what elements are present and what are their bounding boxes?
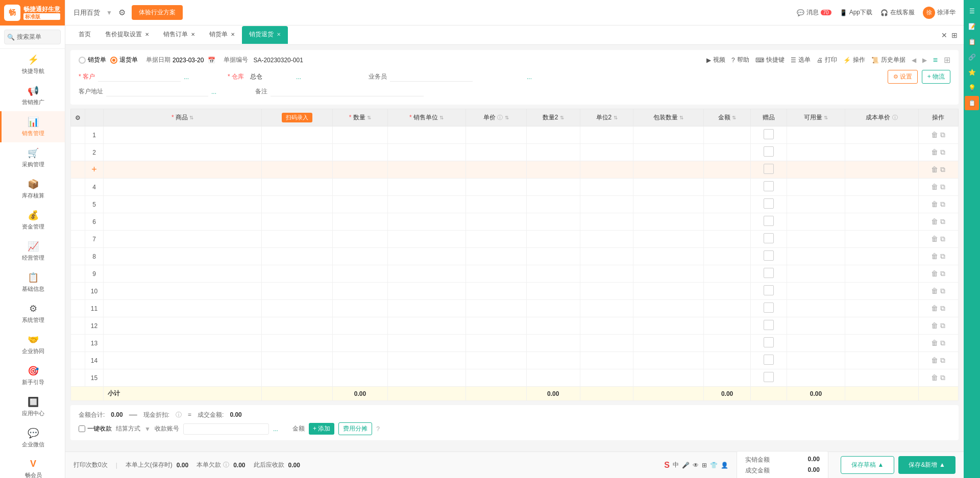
row-qty-cell[interactable] <box>333 352 387 369</box>
row-amount-cell[interactable] <box>704 335 751 352</box>
pkg-sort-icon[interactable]: ⇅ <box>679 115 683 120</box>
row-delete-icon-9[interactable]: 🗑 <box>931 269 938 278</box>
row-qty2-cell[interactable] <box>526 179 580 196</box>
nav-dropdown-icon[interactable]: ▼ <box>106 9 112 16</box>
gift-checkbox-2[interactable] <box>764 146 774 157</box>
row-unit2-cell[interactable] <box>580 127 633 144</box>
row-available-cell[interactable] <box>787 283 845 300</box>
row-price-cell[interactable] <box>465 248 526 265</box>
view-grid-icon[interactable]: ⊞ <box>944 55 950 65</box>
row-qty2-cell[interactable] <box>526 300 580 317</box>
row-gift-cell[interactable] <box>751 317 787 335</box>
row-product-cell[interactable] <box>104 300 262 317</box>
product-input-4[interactable] <box>107 184 258 191</box>
taskbar-eye-icon[interactable]: 👁 <box>693 462 699 469</box>
row-available-cell[interactable] <box>787 317 845 335</box>
col-available-header[interactable]: 可用量 ⇅ <box>787 109 845 127</box>
row-qty2-cell[interactable] <box>526 231 580 248</box>
row-price-cell[interactable] <box>465 179 526 196</box>
row-delete-icon-3[interactable]: 🗑 <box>931 165 938 174</box>
row-copy-icon-11[interactable]: ⧉ <box>940 304 945 313</box>
warehouse-more-btn[interactable]: ... <box>296 73 301 81</box>
sidebar-item-purchase[interactable]: 🛒 采购管理 <box>0 142 65 173</box>
row-qty-cell[interactable] <box>333 335 387 352</box>
discount-info-icon[interactable]: ⓘ <box>176 411 182 419</box>
gift-checkbox-10[interactable] <box>764 285 774 295</box>
staff-input[interactable] <box>390 72 473 82</box>
row-qty-cell[interactable] <box>333 196 387 213</box>
row-pkg-cell[interactable] <box>633 317 704 335</box>
price-sort-icon[interactable]: ⇅ <box>505 115 509 120</box>
one-click-checkbox[interactable] <box>79 425 85 432</box>
row-amount-cell[interactable] <box>704 265 751 283</box>
taskbar-grid-icon[interactable]: ⊞ <box>702 462 707 469</box>
radio-return[interactable]: 退货单 <box>110 56 138 64</box>
row-available-cell[interactable] <box>787 369 845 387</box>
sidebar-item-guide[interactable]: 🎯 新手引导 <box>0 360 65 391</box>
row-price-cell[interactable] <box>465 196 526 213</box>
gift-checkbox-1[interactable] <box>764 129 774 139</box>
row-unit2-cell[interactable] <box>580 196 633 213</box>
row-qty2-cell[interactable] <box>526 352 580 369</box>
row-pkg-cell[interactable] <box>633 144 704 161</box>
row-unit-cell[interactable] <box>387 317 465 335</box>
row-copy-icon-3[interactable]: ⧉ <box>940 165 945 174</box>
video-btn[interactable]: ▶ 视频 <box>706 56 725 64</box>
product-input-3[interactable] <box>107 166 258 173</box>
operation-btn[interactable]: ⚡ 操作 <box>843 56 865 64</box>
product-input-1[interactable] <box>107 132 258 139</box>
tab-expand-btn[interactable]: ⊞ <box>951 31 958 39</box>
select-btn[interactable]: ☰ 选单 <box>791 56 811 64</box>
row-copy-icon-4[interactable]: ⧉ <box>940 183 945 191</box>
row-amount-cell[interactable] <box>704 144 751 161</box>
row-delete-icon-1[interactable]: 🗑 <box>931 131 938 139</box>
nav-next-icon[interactable]: ▶ <box>922 57 927 64</box>
gift-checkbox-6[interactable] <box>764 216 774 226</box>
tab-sales-close[interactable]: ✕ <box>231 32 235 37</box>
tab-sales-order-close[interactable]: ✕ <box>191 32 195 37</box>
row-unit-cell[interactable] <box>387 213 465 231</box>
row-copy-icon-9[interactable]: ⧉ <box>940 269 945 278</box>
row-qty2-cell[interactable] <box>526 248 580 265</box>
taskbar-shirt-icon[interactable]: 👕 <box>710 462 718 469</box>
row-unit2-cell[interactable] <box>580 300 633 317</box>
row-amount-cell[interactable] <box>704 317 751 335</box>
row-copy-icon-14[interactable]: ⧉ <box>940 356 945 365</box>
row-price-cell[interactable] <box>465 144 526 161</box>
row-qty-cell[interactable] <box>333 300 387 317</box>
view-list-icon[interactable]: ≡ <box>933 56 938 65</box>
row-qty2-cell[interactable] <box>526 161 580 179</box>
message-btn[interactable]: 💬 消息 70 <box>797 8 831 17</box>
row-copy-icon-7[interactable]: ⧉ <box>940 235 945 243</box>
col-amount-header[interactable]: 金额 ⇅ <box>704 109 751 127</box>
row-qty2-cell[interactable] <box>526 335 580 352</box>
row-pkg-cell[interactable] <box>633 248 704 265</box>
sidebar-item-sales[interactable]: 📊 销售管理 <box>0 111 65 142</box>
unit2-sort-icon[interactable]: ⇅ <box>614 115 618 120</box>
row-qty-cell[interactable] <box>333 179 387 196</box>
right-panel-item-3[interactable]: 📋 <box>965 35 979 49</box>
row-product-cell[interactable] <box>104 213 262 231</box>
gift-checkbox-3[interactable] <box>764 164 774 174</box>
row-amount-cell[interactable] <box>704 231 751 248</box>
product-input-10[interactable] <box>107 288 258 295</box>
right-panel-item-7[interactable]: 📋 <box>965 96 979 110</box>
print-btn[interactable]: 🖨 打印 <box>817 56 837 64</box>
row-pkg-cell[interactable] <box>633 369 704 387</box>
tab-sales[interactable]: 销货单 ✕ <box>202 26 242 44</box>
row-unit-cell[interactable] <box>387 161 465 179</box>
current-debt-icon[interactable]: ⓘ <box>223 461 229 469</box>
logistics-btn[interactable]: + 物流 <box>922 70 950 84</box>
row-qty-cell[interactable] <box>333 248 387 265</box>
tab-sales-return-close[interactable]: ✕ <box>277 32 281 37</box>
row-copy-icon-1[interactable]: ⧉ <box>940 131 945 139</box>
row-qty2-cell[interactable] <box>526 265 580 283</box>
radio-sales[interactable]: 销货单 <box>79 56 106 64</box>
row-gift-cell[interactable] <box>751 335 787 352</box>
qty-sort-icon[interactable]: ⇅ <box>367 115 371 120</box>
sidebar-search[interactable]: 🔍 搜索菜单 <box>0 26 65 49</box>
tab-price-extract[interactable]: 售价提取设置 ✕ <box>98 26 156 44</box>
gift-checkbox-14[interactable] <box>764 355 774 365</box>
account-more-btn[interactable]: ... <box>273 425 278 433</box>
product-input-2[interactable] <box>107 149 258 156</box>
